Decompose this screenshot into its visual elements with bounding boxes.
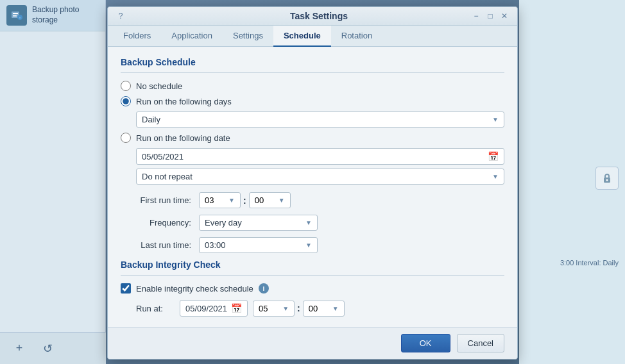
tab-settings[interactable]: Settings [223,26,273,47]
run-at-time-group: 05 ▼ : 00 ▼ [253,301,345,317]
run-at-hour-value: 05 [259,304,268,313]
repeat-dropdown-arrow: ▼ [492,173,499,180]
cancel-button[interactable]: Cancel [457,334,504,352]
frequency-dropdown-container: Daily ▼ [136,112,504,128]
run-at-minute-value: 00 [309,304,318,313]
lock-icon [595,167,619,190]
modal-overlay: ? Task Settings − □ ✕ Folders Applicatio… [106,0,519,364]
run-following-days-radio[interactable] [121,96,131,106]
date-picker[interactable]: 05/05/2021 📅 [136,148,504,165]
first-run-minute-value: 00 [255,195,264,205]
section-divider-1 [121,72,504,73]
svg-text:↑: ↑ [19,16,21,20]
frequency-dropdown-arrow: ▼ [492,116,499,123]
last-run-time-label: Last run time: [121,240,191,250]
svg-rect-1 [13,13,18,14]
modal-title: Task Settings [167,11,471,21]
help-button[interactable]: ? [116,11,126,21]
tab-application[interactable]: Application [161,26,223,47]
run-following-date-row: Run on the following date [121,133,504,143]
calendar-icon: 📅 [488,151,499,161]
time-separator-2: : [297,303,300,313]
first-run-hour-dropdown[interactable]: 03 ▼ [199,192,241,208]
no-schedule-label: No schedule [136,81,182,91]
first-run-time-group: 03 ▼ : 00 ▼ [199,192,291,208]
desktop: ↑ Backup photo storage + ↺ 3:00 Interval… [0,0,625,364]
run-at-calendar-icon: 📅 [231,303,242,313]
frequency-dropdown[interactable]: Daily ▼ [136,112,504,128]
repeat-dropdown-value: Do not repeat [142,172,193,181]
backup-schedule-title: Backup Schedule [121,57,504,67]
run-at-minute-arrow: ▼ [332,305,339,312]
modal-footer: OK Cancel [108,327,517,359]
status-text: 3:00 Interval: Daily [560,259,619,267]
sidebar: ↑ Backup photo storage + ↺ [0,0,106,364]
schedule-radio-group: No schedule Run on the following days Da… [121,81,504,185]
run-at-hour-arrow: ▼ [282,305,289,312]
modal-content: Backup Schedule No schedule Run on the f… [108,47,517,327]
backup-icon: ↑ [6,5,27,26]
run-at-hour-dropdown[interactable]: 05 ▼ [253,301,295,317]
last-run-time-dropdown[interactable]: 03:00 ▼ [199,237,318,253]
no-schedule-radio[interactable] [121,81,131,91]
integrity-check-title: Backup Integrity Check [121,260,504,270]
last-run-time-row: Last run time: 03:00 ▼ [121,237,504,253]
maximize-button[interactable]: □ [485,11,495,21]
run-following-days-label: Run on the following days [136,97,232,106]
ok-button[interactable]: OK [401,334,450,352]
close-button[interactable]: ✕ [499,11,509,21]
history-button[interactable]: ↺ [39,340,56,358]
run-following-date-label: Run on the following date [136,133,230,143]
minute-arrow: ▼ [278,197,285,204]
date-options-container: 05/05/2021 📅 Do not repeat ▼ [136,148,504,185]
run-frequency-dropdown[interactable]: Every day ▼ [199,215,318,231]
info-icon[interactable]: i [259,283,269,294]
repeat-dropdown[interactable]: Do not repeat ▼ [136,169,504,185]
svg-rect-2 [13,15,17,17]
run-at-row: Run at: 05/09/2021 📅 05 ▼ : [136,300,504,317]
tab-schedule[interactable]: Schedule [273,26,331,47]
run-following-days-row: Run on the following days [121,96,504,106]
section-divider-2 [121,275,504,276]
sidebar-item-label: Backup photo storage [32,5,99,25]
enable-integrity-label: Enable integrity check schedule [136,284,253,294]
sidebar-item-backup[interactable]: ↑ Backup photo storage [0,0,105,31]
add-button[interactable]: + [10,340,28,358]
sidebar-bottom: + ↺ [0,332,106,364]
svg-point-6 [606,179,608,181]
integrity-section: Backup Integrity Check Enable integrity … [121,260,504,317]
run-at-date-value: 05/09/2021 [185,304,227,313]
run-frequency-value: Every day [205,218,242,228]
run-frequency-arrow: ▼ [305,219,312,226]
enable-integrity-row: Enable integrity check schedule i [121,283,504,294]
tab-rotation[interactable]: Rotation [331,26,382,47]
run-at-date-picker[interactable]: 05/09/2021 📅 [180,300,248,317]
tab-bar: Folders Application Settings Schedule Ro… [108,26,517,47]
last-run-time-arrow: ▼ [305,242,312,249]
frequency-row: Frequency: Every day ▼ [121,215,504,231]
run-following-date-radio[interactable] [121,133,131,143]
run-at-minute-dropdown[interactable]: 00 ▼ [303,301,345,317]
hour-arrow: ▼ [228,197,235,204]
minimize-button[interactable]: − [471,11,481,21]
run-at-label: Run at: [136,304,175,313]
frequency-dropdown-value: Daily [142,115,160,124]
first-run-minute-dropdown[interactable]: 00 ▼ [249,192,291,208]
first-run-hour-value: 03 [205,195,214,205]
frequency-label: Frequency: [121,218,191,228]
last-run-time-value: 03:00 [205,240,226,250]
first-run-time-row: First run time: 03 ▼ : 00 ▼ [121,192,504,208]
time-separator-1: : [243,195,246,206]
modal-titlebar: ? Task Settings − □ ✕ [108,7,517,26]
enable-integrity-checkbox[interactable] [121,283,131,294]
no-schedule-row: No schedule [121,81,504,91]
tab-folders[interactable]: Folders [113,26,161,47]
window-controls: − □ ✕ [471,11,509,21]
first-run-time-label: First run time: [121,195,191,205]
date-value: 05/05/2021 [142,152,184,161]
right-panel: 3:00 Interval: Daily [519,0,625,364]
task-settings-modal: ? Task Settings − □ ✕ Folders Applicatio… [107,6,518,360]
